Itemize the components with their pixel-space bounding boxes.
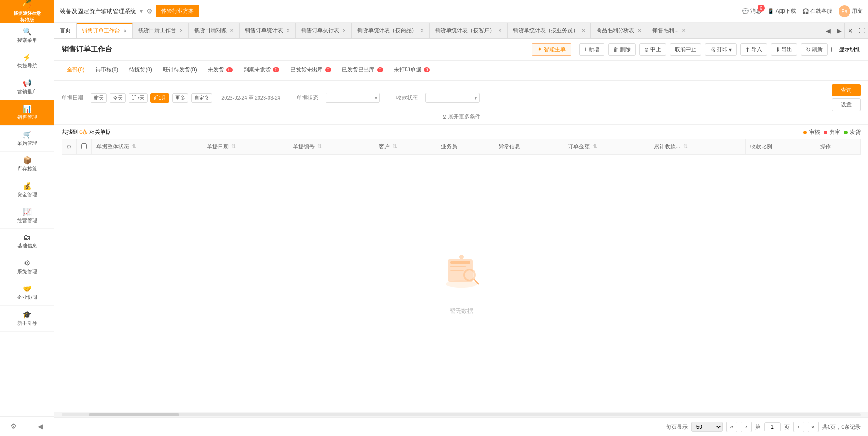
query-button[interactable]: 查询 <box>832 84 861 96</box>
tab-sales-execute-close[interactable]: ✕ <box>342 28 346 33</box>
tab-sales-by-staff[interactable]: 销货单统计表（按业务员） ✕ <box>508 23 591 39</box>
module-settings-icon[interactable]: ⚙ <box>146 7 152 15</box>
page-prev-btn[interactable]: ‹ <box>741 422 752 432</box>
module-dropdown-icon[interactable]: ▾ <box>140 8 143 14</box>
set-button[interactable]: 设置 <box>832 98 861 111</box>
topbar-left: 装备及固定资产辅助管理系统 ▾ ⚙ 体验行业方案 <box>60 5 199 17</box>
sidebar-item-quick-nav[interactable]: ⚡ 快捷导航 <box>0 48 54 74</box>
tab-sales-execute[interactable]: 销售订单执行表 ✕ <box>296 23 352 39</box>
subtab-unprinted[interactable]: 未打印单据 0 <box>388 64 435 76</box>
date-btn-7days[interactable]: 近7天 <box>129 93 148 103</box>
subtab-pending-pick[interactable]: 待拣货(0) <box>124 64 158 76</box>
sidebar-item-marketing[interactable]: 📢 营销推广 <box>0 74 54 100</box>
sidebar-item-search[interactable]: 🔍 搜索菜单 <box>0 23 54 48</box>
sidebar-item-sales[interactable]: 📊 销售管理 <box>0 100 54 126</box>
sidebar-item-finance[interactable]: 💰 资金管理 <box>0 177 54 203</box>
show-detail-checkbox[interactable] <box>831 47 837 52</box>
subtab-unshipped[interactable]: 未发货 0 <box>202 64 238 76</box>
status-select[interactable] <box>326 93 380 103</box>
tab-sales-stats[interactable]: 销售订单统计表 ✕ <box>240 23 296 39</box>
tab-close-all[interactable]: ✕ <box>844 23 856 39</box>
settings-btn[interactable]: ⚙ <box>0 417 27 436</box>
suspend-button[interactable]: ⊘ 中止 <box>639 43 666 56</box>
date-btn-yesterday[interactable]: 昨天 <box>91 93 107 103</box>
receipt-select[interactable] <box>425 93 480 103</box>
th-customer[interactable]: 客户 ⇅ <box>374 139 436 155</box>
tab-sales-by-customer[interactable]: 销货单统计表（按客户） ✕ <box>430 23 508 39</box>
tab-sales-by-customer-close[interactable]: ✕ <box>498 28 502 33</box>
th-doc-status[interactable]: 单据整体状态 ⇅ <box>92 139 202 155</box>
date-btn-1month[interactable]: 近1月 <box>150 93 169 103</box>
subtab-overdue-ship[interactable]: 到期未发货 0 <box>238 64 285 76</box>
show-detail-checkbox-label[interactable]: 显示明细 <box>831 46 861 53</box>
refresh-button[interactable]: ↻ 刷新 <box>801 43 828 56</box>
tab-sales-workbench-close[interactable]: ✕ <box>123 28 127 33</box>
tab-home[interactable]: 首页 <box>54 23 77 39</box>
sidebar-item-inventory[interactable]: 📦 库存核算 <box>0 152 54 177</box>
subtab-pending-review[interactable]: 待审核(0) <box>90 64 124 76</box>
tab-gross-profit[interactable]: 商品毛利分析表 ✕ <box>591 23 647 39</box>
tab-scroll-right[interactable]: ▶ <box>834 23 844 39</box>
date-btn-today[interactable]: 今天 <box>110 93 126 103</box>
date-btn-custom[interactable]: 自定义 <box>191 93 212 103</box>
th-doc-date[interactable]: 单据日期 ⇅ <box>202 139 288 155</box>
sidebar-item-system[interactable]: ⚙ 系统管理 <box>0 254 54 280</box>
scroll-thumb[interactable] <box>89 413 179 416</box>
delete-button[interactable]: 🗑 删除 <box>608 43 636 56</box>
expand-filter-button[interactable]: ⊻ 展开更多条件 <box>442 113 480 121</box>
subtab-wangpu-ship[interactable]: 旺铺待发货(0) <box>158 64 202 76</box>
tab-cash-daily[interactable]: 钱货日清工作台 ✕ <box>133 23 189 39</box>
online-service-button[interactable]: 🎧 在线客服 <box>802 7 832 15</box>
search-icon: 🔍 <box>23 27 32 36</box>
tab-sales-by-staff-label: 销货单统计表（按业务员） <box>513 27 578 34</box>
date-btn-more[interactable]: 更多 <box>172 93 188 103</box>
tab-sales-by-product-close[interactable]: ✕ <box>420 28 424 33</box>
page-first-btn[interactable]: « <box>726 422 737 432</box>
audit-action-btn[interactable]: 审核 <box>803 128 820 136</box>
app-download-button[interactable]: 📱 App下载 <box>767 7 796 15</box>
tab-sales-stats-close[interactable]: ✕ <box>286 28 290 33</box>
message-button[interactable]: 💬 6 消息 <box>742 7 761 15</box>
export-button[interactable]: ⬇ 导出 <box>771 43 797 56</box>
tab-sales-by-product[interactable]: 销货单统计表（按商品） ✕ <box>352 23 430 39</box>
industry-solution-button[interactable]: 体验行业方案 <box>156 5 199 17</box>
print-button[interactable]: 🖨 打印 ▾ <box>705 43 737 56</box>
page-input[interactable] <box>764 422 781 431</box>
user-menu[interactable]: Ea 用友 <box>839 5 863 17</box>
tab-gross-profit-close[interactable]: ✕ <box>638 28 641 33</box>
tab-scroll-left[interactable]: ◀ <box>823 23 834 39</box>
th-doc-number[interactable]: 单据编号 ⇅ <box>288 139 374 155</box>
tab-sales-workbench[interactable]: 销售订单工作台 ✕ <box>77 23 133 39</box>
tab-maximize[interactable]: ⛶ <box>856 23 868 39</box>
tab-cash-reconcile-close[interactable]: ✕ <box>230 28 234 33</box>
sidebar-item-enterprise[interactable]: 🤝 企业协同 <box>0 280 54 306</box>
subtab-shipped-not-out[interactable]: 已发货未出库 0 <box>285 64 337 76</box>
per-page-select[interactable]: 50 100 200 <box>691 422 723 432</box>
th-order-amount[interactable]: 订单金额 ⇅ <box>563 139 649 155</box>
smart-create-button[interactable]: ✦ 智能生单 <box>532 43 571 56</box>
collapse-btn[interactable]: ◀ <box>27 417 54 436</box>
sidebar-item-basic-info[interactable]: 🗂 基础信息 <box>0 229 54 254</box>
select-all-checkbox[interactable] <box>81 143 87 149</box>
sidebar-item-purchase[interactable]: 🛒 采购管理 <box>0 126 54 152</box>
sidebar-item-ops[interactable]: 📈 经营管理 <box>0 203 54 229</box>
tab-sales-margin[interactable]: 销售毛利... ✕ <box>647 23 691 39</box>
cancel-suspend-button[interactable]: 取消中止 <box>670 43 701 56</box>
add-button[interactable]: + 新增 <box>579 43 604 56</box>
tab-sales-by-staff-close[interactable]: ✕ <box>581 28 585 33</box>
th-cumulative-receipt[interactable]: 累计收款... ⇅ <box>649 139 745 155</box>
ship-action-btn[interactable]: 发货 <box>844 128 861 136</box>
import-button[interactable]: ⬆ 导入 <box>740 43 767 56</box>
tab-cash-reconcile[interactable]: 钱货日清对账 ✕ <box>189 23 240 39</box>
subtab-shipped-out[interactable]: 已发货已出库 0 <box>336 64 388 76</box>
subtab-all[interactable]: 全部(0) <box>62 64 90 76</box>
th-settings[interactable]: ⚙ <box>62 139 77 155</box>
void-action-btn[interactable]: 弃审 <box>824 128 840 136</box>
sidebar-item-guide[interactable]: 🎓 新手引导 <box>0 306 54 332</box>
tab-sales-margin-close[interactable]: ✕ <box>682 28 686 33</box>
page-next-btn[interactable]: › <box>793 422 804 432</box>
tab-cash-daily-close[interactable]: ✕ <box>179 28 183 33</box>
page-last-btn[interactable]: » <box>808 422 819 432</box>
th-checkbox[interactable] <box>77 139 92 155</box>
horizontal-scrollbar[interactable] <box>54 412 868 417</box>
